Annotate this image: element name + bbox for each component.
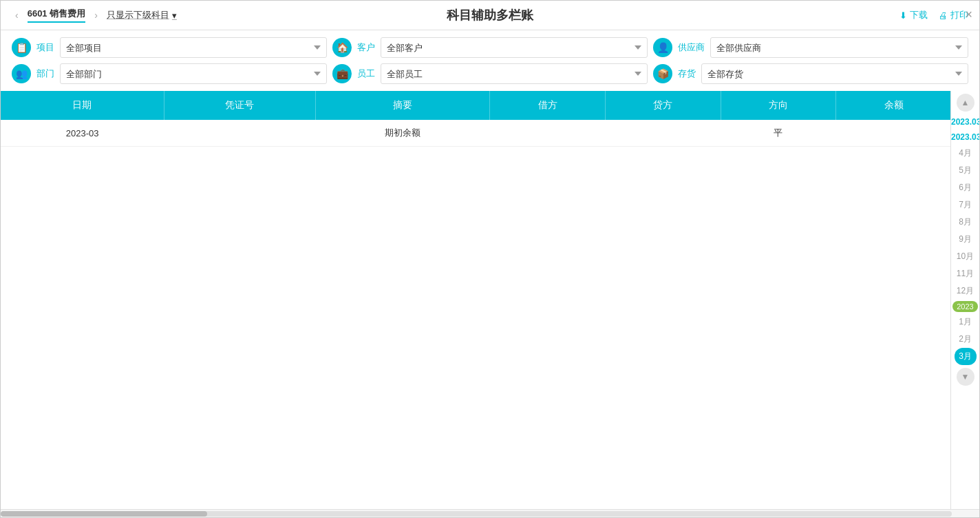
filter-dept: 👥 部门 全部部门	[12, 63, 327, 84]
ledger-table: 日期 凭证号 摘要 借方 贷方 方向 余额 2023-03期初余额平	[1, 91, 952, 147]
customer-label: 客户	[357, 41, 375, 54]
timeline-month-8[interactable]: 8月	[951, 214, 979, 231]
filter-employee: 💼 员工 全部员工	[332, 63, 648, 84]
dept-label: 部门	[36, 68, 54, 80]
timeline-up-button[interactable]: ▲	[957, 94, 974, 112]
timeline-month-5[interactable]: 5月	[951, 162, 979, 179]
customer-select[interactable]: 全部客户	[381, 37, 648, 58]
filter-customer: 🏠 客户 全部客户	[332, 37, 648, 58]
timeline-month-4[interactable]: 4月	[951, 145, 979, 162]
table-header-row: 日期 凭证号 摘要 借方 贷方 方向 余额	[1, 91, 952, 120]
project-label: 项目	[36, 41, 54, 54]
timeline-month-2[interactable]: 2月	[951, 331, 979, 348]
timeline-down-button[interactable]: ▼	[957, 368, 974, 386]
col-summary: 摘要	[315, 91, 489, 120]
title-right: ⬇ 下载 🖨 打印	[899, 9, 968, 21]
col-debit: 借方	[490, 91, 606, 120]
timeline-month-7[interactable]: 7月	[951, 196, 979, 214]
download-icon: ⬇	[899, 10, 907, 21]
col-voucher: 凭证号	[164, 91, 315, 120]
col-credit: 贷方	[605, 91, 721, 120]
print-button[interactable]: 🖨 打印	[939, 9, 968, 21]
project-select[interactable]: 全部项目	[60, 37, 327, 58]
title-bar: ‹ 6601 销售费用 › 只显示下级科目 ▾ 科目辅助多栏账 ⬇ 下载 🖨 打…	[1, 1, 979, 30]
project-icon: 📋	[12, 38, 31, 57]
timeline-month-3-active[interactable]: 3月	[955, 348, 977, 365]
nav-next-button[interactable]: ›	[91, 8, 101, 22]
col-date: 日期	[1, 91, 164, 120]
title-left: ‹ 6601 销售费用 › 只显示下级科目 ▾	[12, 8, 177, 23]
show-sub-button[interactable]: 只显示下级科目 ▾	[107, 9, 177, 21]
main-window: ‹ 6601 销售费用 › 只显示下级科目 ▾ 科目辅助多栏账 ⬇ 下载 🖨 打…	[0, 0, 980, 518]
timeline-period-2[interactable]: 2023.03	[951, 130, 979, 145]
timeline-month-1[interactable]: 1月	[951, 313, 979, 331]
dropdown-icon: ▾	[172, 10, 177, 21]
print-icon: 🖨	[939, 10, 948, 21]
timeline-period-1[interactable]: 2023.03	[951, 114, 979, 130]
table-container: 日期 凭证号 摘要 借方 贷方 方向 余额 2023-03期初余额平	[1, 91, 979, 509]
employee-select[interactable]: 全部员工	[381, 63, 648, 84]
employee-label: 员工	[357, 68, 375, 80]
stock-icon: 📦	[653, 64, 672, 83]
filter-area: 📋 项目 全部项目 🏠 客户 全部客户 👤 供应商 全部供应商 👥 部门 全	[1, 30, 979, 91]
timeline-month-11[interactable]: 11月	[951, 265, 979, 282]
timeline-month-12[interactable]: 12月	[951, 282, 979, 300]
timeline-period-section: 2023.03 2023.03	[951, 114, 979, 145]
account-code: 6601 销售费用	[28, 8, 86, 23]
supplier-icon: 👤	[653, 38, 672, 57]
nav-prev-button[interactable]: ‹	[12, 8, 22, 22]
customer-icon: 🏠	[332, 38, 352, 57]
filter-stock: 📦 存货 全部存货	[653, 63, 968, 84]
col-direction: 方向	[721, 91, 836, 120]
timeline-month-6[interactable]: 6月	[951, 179, 979, 196]
timeline-year-badge: 2023	[952, 301, 977, 312]
page-title: 科目辅助多栏账	[447, 7, 533, 23]
stock-select[interactable]: 全部存货	[701, 63, 968, 84]
timeline-month-10[interactable]: 10月	[951, 248, 979, 265]
col-balance: 余额	[836, 91, 952, 120]
timeline-sidebar: ▲ 2023.03 2023.03 4月 5月 6月 7月 8月 9月 10月 …	[950, 91, 979, 509]
stock-label: 存货	[678, 68, 696, 80]
filter-project: 📋 项目 全部项目	[12, 37, 327, 58]
dept-select[interactable]: 全部部门	[60, 63, 327, 84]
download-button[interactable]: ⬇ 下载	[899, 9, 928, 21]
table-row: 2023-03期初余额平	[1, 120, 952, 147]
employee-icon: 💼	[332, 64, 352, 83]
scrollbar-thumb[interactable]	[1, 511, 207, 517]
close-button[interactable]: ×	[965, 8, 972, 22]
dept-icon: 👥	[12, 64, 31, 83]
bottom-scrollbar[interactable]	[1, 509, 979, 517]
supplier-select[interactable]: 全部供应商	[710, 37, 968, 58]
supplier-label: 供应商	[678, 41, 705, 54]
scrollbar-track	[1, 511, 952, 517]
filter-supplier: 👤 供应商 全部供应商	[653, 37, 968, 58]
timeline-month-9[interactable]: 9月	[951, 231, 979, 248]
